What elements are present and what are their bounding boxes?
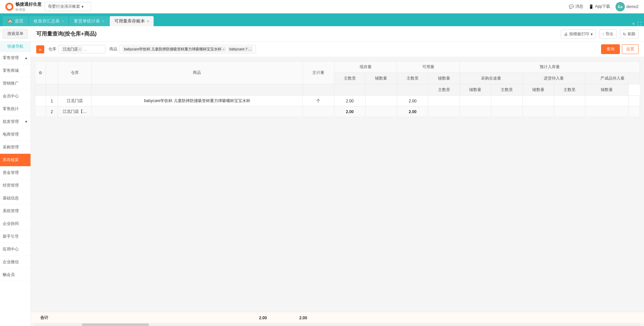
quick-nav-button[interactable]: 快捷导航 [0, 42, 31, 52]
sidebar-item-member[interactable]: 会员中心 [0, 90, 31, 103]
th-empty1 [35, 84, 46, 96]
row2-available-aux [428, 106, 460, 117]
sidebar-item-appcenter[interactable]: 应用中心 [0, 243, 31, 256]
row2-unit [303, 106, 334, 117]
app-download-action[interactable]: 📱 App下载 [589, 4, 610, 9]
close-all-icon[interactable]: × [632, 21, 635, 26]
org-selector[interactable]: 母婴行业演示账套 ▾ [44, 2, 91, 11]
warehouse-filter-input[interactable]: 江北门店 × ... [58, 45, 105, 53]
sidebar-item-wecom[interactable]: 企业微信 [0, 256, 31, 269]
row1-available-aux [428, 96, 460, 106]
th-produce-main: 主数里 [554, 84, 585, 96]
sidebar-item-enterprise[interactable]: 企业协同 [0, 218, 31, 230]
th-num [46, 61, 58, 84]
logo-area: 畅捷通好生意 标准版 [5, 1, 42, 12]
tab-home-label: 首页 [15, 18, 23, 24]
row2-purchase-main [460, 106, 491, 117]
sidebar-item-operations[interactable]: 经营管理 [0, 179, 31, 192]
th-empty5 [303, 84, 334, 96]
sidebar-item-finance[interactable]: 资金管理 [0, 167, 31, 179]
sidebar-item-newbie-label: 新手引导 [3, 234, 19, 239]
filter-actions: 查询 设置 [601, 44, 639, 54]
sidebar-item-retail[interactable]: 零售管理 ▲ [0, 52, 31, 64]
tab-receipt[interactable]: 收发存汇总表 × [29, 16, 68, 26]
sidebar-item-marketing[interactable]: 营销推广 [0, 77, 31, 90]
printer-icon: 🖨 [564, 32, 568, 37]
sidebar-item-inventory[interactable]: 库存核算 [0, 154, 31, 167]
user-profile[interactable]: Ea demo2 [615, 2, 639, 11]
sidebar-item-wholesale[interactable]: 批发管理 ▼ [0, 115, 31, 128]
th-inbound-aux: 辅数量 [523, 84, 554, 96]
tab-home[interactable]: 🏠 首页 [3, 16, 28, 26]
tab-order-label: 要货单统计表 [74, 18, 100, 24]
th-empty2 [46, 84, 58, 96]
th-produce-aux: 辅数量 [585, 84, 628, 96]
refresh-icon: ↻ [623, 32, 626, 37]
sidebar-item-retail-stats[interactable]: 零售统计 [0, 103, 31, 115]
sidebar-item-basic[interactable]: 基础信息 [0, 192, 31, 205]
tab-inventory[interactable]: 可用量库存账本 × [110, 16, 154, 26]
th-purchase-aux: 辅数量 [460, 84, 491, 96]
sidebar-item-enterprise-label: 企业协同 [3, 221, 19, 227]
scrollbar-thumb[interactable] [82, 323, 149, 326]
fullscreen-icon[interactable]: ⛶ [637, 21, 641, 26]
row1-inbound-main [523, 96, 554, 106]
content-area: 可用量查询(按仓库+商品) 🖨 按模板打印 ▾ ↑ 导出 ↻ 刷新 [31, 26, 644, 326]
sidebar-item-newbie[interactable]: 新手引导 [0, 230, 31, 243]
product-filter-input[interactable]: babycare学饮杯 儿童防摔防撞吸管杯重力球吸嘴杯宝宝水杯 × babyca… [119, 45, 256, 53]
query-button[interactable]: 查询 [601, 44, 620, 54]
tab-inventory-close[interactable]: × [147, 19, 149, 23]
warehouse-filter-group: 仓库 江北门店 × ... [48, 45, 105, 53]
table-header-row-3: 主数里 辅数量 主数里 辅数量 主数里 辅数量 [35, 84, 640, 96]
product-tag-1-remove[interactable]: × [222, 47, 224, 51]
sidebar-item-member2-label: 畅会员 [3, 272, 15, 278]
warehouse-filter-label: 仓库 [48, 46, 56, 52]
row2-produce-main [585, 106, 628, 117]
logo-text: 畅捷通好生意 [15, 1, 42, 7]
warehouse-filter-more[interactable]: ... [84, 47, 87, 52]
user-name: demo2 [626, 4, 639, 9]
sidebar-item-purchase[interactable]: 采购管理 [0, 141, 31, 154]
row2-inbound-main [523, 106, 554, 117]
row2-settings [35, 106, 46, 117]
th-stock-main: 主数里 [334, 73, 366, 84]
sidebar-item-retail-shop[interactable]: 零售商城 [0, 64, 31, 77]
chevron-down-icon: ▼ [24, 120, 28, 124]
row2-stock-aux [366, 106, 397, 117]
sidebar-item-system[interactable]: 系统管理 [0, 205, 31, 218]
settings-icon[interactable]: ⚙ [39, 71, 42, 75]
row1-produce-main [585, 96, 628, 106]
th-purchase-main: 主数里 [428, 84, 460, 96]
sidebar-item-wholesale-label: 批发管理 [3, 119, 19, 125]
tab-order-close[interactable]: × [102, 19, 104, 23]
row2-product [92, 106, 303, 117]
filter-toggle-button[interactable]: » [36, 45, 44, 53]
warehouse-tag-remove[interactable]: × [79, 47, 81, 51]
th-stock-aux: 辅数量 [366, 73, 397, 84]
chevron-up-icon: ▲ [24, 56, 28, 60]
refresh-button[interactable]: ↻ 刷新 [620, 30, 639, 39]
table-header-row-1: ⚙ 仓库 商品 主计量 现存量 可用量 预计入库量 [35, 61, 640, 73]
search-menu-button[interactable]: 搜索菜单 [3, 29, 28, 39]
row2-stock-main: 2.00 [334, 106, 366, 117]
sidebar-item-wecom-label: 企业微信 [3, 259, 19, 265]
message-action[interactable]: 💬 消息 [569, 4, 583, 9]
export-button[interactable]: ↑ 导出 [599, 30, 616, 39]
table-area: ⚙ 仓库 商品 主计量 现存量 可用量 预计入库量 主数里 辅数量 主数里 [31, 57, 644, 312]
settings-button[interactable]: 设置 [622, 44, 639, 54]
sidebar-item-purchase-label: 采购管理 [3, 144, 19, 150]
th-product: 商品 [92, 61, 303, 84]
chevron-down-icon: ▾ [591, 32, 593, 37]
print-button[interactable]: 🖨 按模板打印 ▾ [561, 30, 596, 39]
row2-warehouse: 江北门店【... [58, 106, 92, 117]
table-scrollbar[interactable] [35, 323, 640, 326]
sidebar-item-system-label: 系统管理 [3, 208, 19, 214]
th-inbound-group: 进货待入量 [523, 73, 585, 84]
avatar: Ea [615, 2, 625, 11]
sidebar-item-member2[interactable]: 畅会员 [0, 269, 31, 281]
top-bar-right: 💬 消息 📱 App下载 Ea demo2 [569, 2, 639, 11]
row1-inbound-aux [554, 96, 585, 106]
tab-order[interactable]: 要货单统计表 × [69, 16, 109, 26]
tab-receipt-close[interactable]: × [62, 19, 64, 23]
sidebar-item-ecommerce[interactable]: 电商管理 [0, 128, 31, 141]
